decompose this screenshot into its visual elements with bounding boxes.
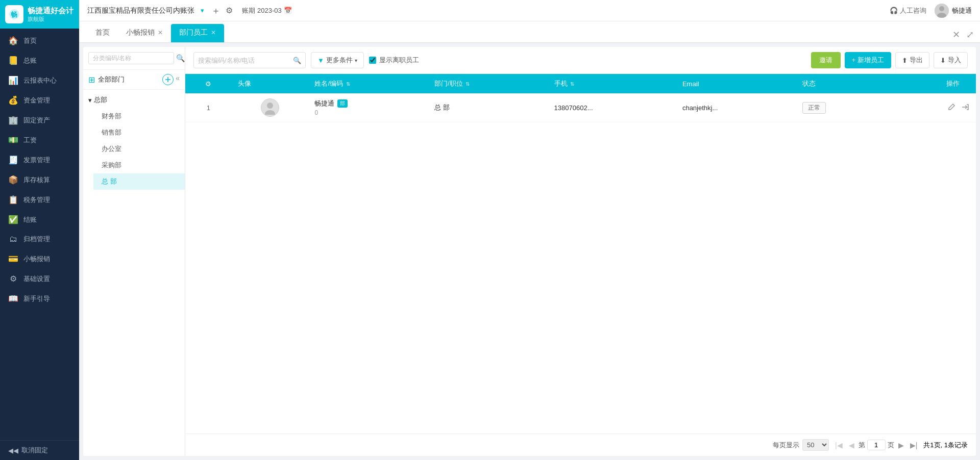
user-btn[interactable]: 畅捷通 — [935, 4, 972, 18]
sort-phone-icon: ⇅ — [570, 81, 574, 87]
service-btn[interactable]: 🎧 人工咨询 — [890, 6, 926, 15]
per-page-select[interactable]: 50 10 20 100 — [802, 439, 829, 451]
tab-xiaochang-close[interactable]: ✕ — [158, 29, 163, 36]
dept-general-dept-label: 总 部 — [102, 177, 117, 186]
show-resigned-checkbox[interactable] — [369, 57, 376, 64]
edit-icon[interactable] — [947, 103, 955, 113]
prev-page-btn[interactable]: ◀ — [847, 440, 856, 450]
tab-close-btn[interactable]: ✕ — [950, 27, 962, 42]
row-email: chanjethkj... — [676, 93, 796, 122]
employee-avatar — [261, 98, 279, 117]
sidebar-item-tax[interactable]: 📋 税务管理 — [0, 190, 79, 210]
collapse-icon[interactable]: « — [176, 74, 180, 85]
dept-purchase-label: 采购部 — [102, 161, 121, 170]
user-name: 畅捷通 — [952, 6, 972, 15]
main-area: 江西服宝精品有限责任公司内账张 ▾ ＋ ⚙ 账期 2023-03 📅 🎧 人工咨… — [79, 0, 980, 460]
sidebar-item-ledger[interactable]: 📒 总账 — [0, 50, 79, 70]
settle-icon: ✅ — [8, 215, 18, 224]
dept-item-office[interactable]: 办公室 — [93, 141, 185, 157]
sidebar-item-salary[interactable]: 💵 工资 — [0, 130, 79, 150]
period-value: 2023-03 — [257, 7, 282, 14]
sidebar-label-settle: 结账 — [23, 215, 37, 224]
dept-search-icon[interactable]: 🔍 — [176, 54, 185, 62]
next-page-btn[interactable]: ▶ — [896, 440, 906, 450]
dept-panel: 🔍 ⊞ 全部部门 « ▾ 总部 — [83, 47, 185, 456]
dept-tree: ▾ 总部 财务部 销售部 办公室 采购部 — [83, 90, 185, 456]
dept-item-sales[interactable]: 销售部 — [93, 124, 185, 141]
sidebar-item-archive[interactable]: 🗂 归档管理 — [0, 229, 79, 249]
tab-dept-label: 部门员工 — [179, 28, 208, 37]
period-label: 账期 — [242, 6, 255, 15]
company-dropdown-icon[interactable]: ▾ — [201, 7, 204, 14]
invite-button[interactable]: 邀请 — [811, 52, 841, 68]
sidebar-item-inventory[interactable]: 📦 库存核算 — [0, 170, 79, 190]
dept-search-input[interactable] — [88, 52, 174, 64]
last-page-btn[interactable]: ▶| — [908, 440, 920, 450]
sort-dept-icon: ⇅ — [465, 81, 470, 87]
expand-icon: ▾ — [88, 96, 92, 104]
dept-item-purchase[interactable]: 采购部 — [93, 157, 185, 173]
sidebar-item-settings[interactable]: ⚙ 基础设置 — [0, 269, 79, 289]
sidebar-item-assets[interactable]: 🏢 固定资产 — [0, 110, 79, 130]
sidebar-item-invoice[interactable]: 🧾 发票管理 — [0, 150, 79, 170]
import-button[interactable]: ⬇ 导入 — [934, 52, 968, 68]
per-page-area: 每页显示 50 10 20 100 — [773, 439, 829, 451]
row-status: 正常 — [796, 93, 886, 122]
pin-label: 取消固定 — [21, 446, 48, 455]
tab-bar-actions: ✕ ⤢ — [950, 27, 980, 42]
logout-icon[interactable] — [962, 103, 970, 113]
app-logo: 畅 畅捷通好会计 旗舰版 — [0, 0, 79, 29]
dept-item-general-parent[interactable]: ▾ 总部 — [83, 92, 185, 108]
sidebar-item-fund[interactable]: 💰 资金管理 — [0, 90, 79, 110]
tab-home[interactable]: 首页 — [87, 24, 118, 42]
sidebar-label-fund: 资金管理 — [23, 96, 50, 105]
tab-dept-close[interactable]: ✕ — [211, 29, 216, 36]
app-name: 畅捷通好会计 — [28, 6, 74, 15]
calendar-icon[interactable]: 📅 — [284, 7, 292, 14]
col-settings[interactable]: ⚙ — [185, 74, 232, 93]
page-number-input[interactable] — [867, 440, 886, 450]
sidebar-item-settle[interactable]: ✅ 结账 — [0, 210, 79, 229]
all-dept-label: 全部部门 — [98, 75, 125, 84]
dept-office-label: 办公室 — [102, 144, 121, 154]
employee-dept-badge: 部 — [337, 99, 348, 108]
export-button[interactable]: ⬆ 导出 — [895, 52, 929, 68]
employee-search-icon[interactable]: 🔍 — [289, 57, 305, 64]
sidebar-label-invoice: 发票管理 — [23, 156, 50, 165]
sidebar-pin[interactable]: ◀◀ 取消固定 — [0, 440, 79, 460]
svg-text:畅: 畅 — [11, 11, 17, 18]
sidebar-item-home[interactable]: 🏠 首页 — [0, 31, 79, 50]
tab-xiaochang-label: 小畅报销 — [126, 28, 155, 37]
filter-btn[interactable]: ▼ 更多条件 ▾ — [311, 52, 364, 68]
per-page-label: 每页显示 — [773, 441, 799, 450]
sidebar-label-ledger: 总账 — [23, 56, 37, 65]
tab-expand-btn[interactable]: ⤢ — [964, 27, 976, 42]
dept-add-btn[interactable] — [162, 74, 174, 85]
import-label: 导入 — [948, 56, 961, 65]
first-page-btn[interactable]: |◀ — [833, 440, 845, 450]
col-phone[interactable]: 手机 ⇅ — [548, 74, 676, 93]
row-dept: 总 部 — [428, 93, 548, 122]
topbar-right: 🎧 人工咨询 畅捷通 — [890, 4, 972, 18]
sidebar-item-xiaochang[interactable]: 💳 小畅报销 — [0, 249, 79, 269]
page-label: 第 — [859, 441, 865, 450]
add-company-icon[interactable]: ＋ — [211, 5, 220, 17]
sidebar-item-guide[interactable]: 📖 新手引导 — [0, 289, 79, 309]
sidebar-nav: 🏠 首页 📒 总账 📊 云报表中心 💰 资金管理 🏢 固定资产 💵 工资 🧾 发… — [0, 29, 79, 440]
tab-xiaochang[interactable]: 小畅报销 ✕ — [118, 24, 171, 42]
dept-item-finance[interactable]: 财务部 — [93, 108, 185, 124]
employee-search-input[interactable] — [194, 57, 289, 64]
sidebar-item-reports[interactable]: 📊 云报表中心 — [0, 70, 79, 90]
topbar-settings-icon[interactable]: ⚙ — [226, 6, 233, 15]
svg-point-7 — [267, 103, 273, 109]
row-avatar — [232, 93, 309, 122]
import-icon: ⬇ — [940, 57, 946, 64]
col-dept[interactable]: 部门/职位 ⇅ — [428, 74, 548, 93]
col-name[interactable]: 姓名/编码 ⇅ — [308, 74, 428, 93]
tab-dept-employee[interactable]: 部门员工 ✕ — [171, 24, 224, 42]
dept-item-general-dept[interactable]: 总 部 — [93, 173, 185, 190]
sidebar-label-tax: 税务管理 — [23, 195, 50, 205]
col-email: Email — [676, 74, 796, 93]
add-employee-button[interactable]: + 新增员工 — [845, 52, 891, 68]
export-label: 导出 — [910, 56, 923, 65]
